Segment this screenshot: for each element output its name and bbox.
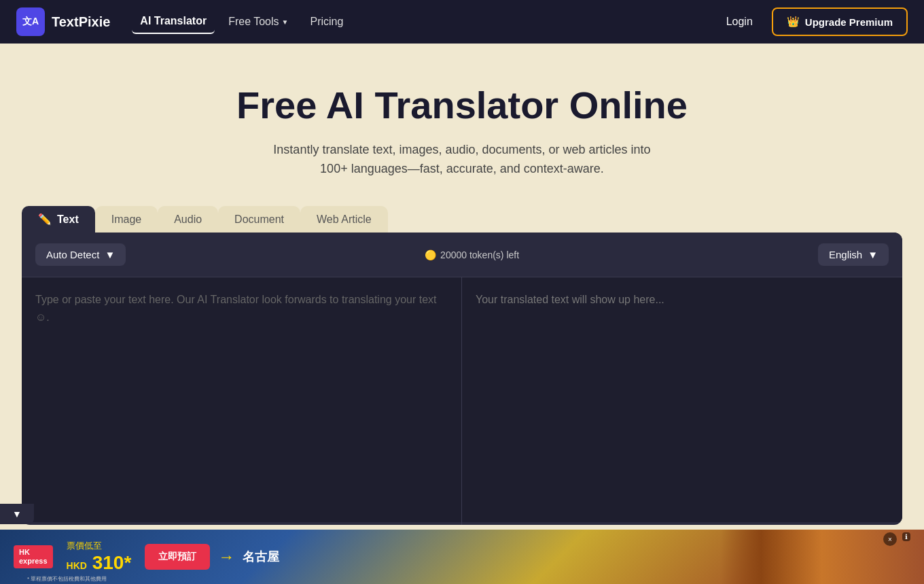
ad-close-button[interactable]: × — [883, 532, 897, 546]
hero-section: Free AI Translator Online Instantly tran… — [0, 44, 924, 206]
ad-price: HKD 310* — [67, 552, 132, 574]
hero-title: Free AI Translator Online — [14, 84, 910, 126]
translator-controls: Auto Detect ▼ 🟡 20000 token(s) left Engl… — [22, 233, 902, 277]
ad-content: HK express 票價低至 HKD 310* 立即預訂 → 名古屋 * 單程… — [0, 530, 924, 584]
source-text-input[interactable] — [22, 277, 461, 522]
expand-button[interactable]: ▼ — [0, 504, 34, 524]
crown-icon: 👑 — [787, 16, 800, 28]
ad-destination: 名古屋 — [243, 549, 279, 565]
brand-name: TextPixie — [52, 14, 110, 30]
free-tools-dropdown-icon: ▼ — [282, 18, 289, 26]
token-icon: 🟡 — [425, 250, 436, 260]
logo-icon: 文A — [16, 7, 45, 36]
login-button[interactable]: Login — [718, 10, 761, 33]
nav-ai-translator[interactable]: AI Translator — [132, 10, 215, 34]
source-panel — [22, 277, 462, 525]
tab-document[interactable]: Document — [218, 206, 300, 233]
ad-cta-button[interactable]: 立即預訂 — [145, 544, 210, 570]
ad-arrow-icon: → — [218, 547, 234, 566]
hero-subtitle: Instantly translate text, images, audio,… — [14, 140, 910, 179]
nav-right: Login 👑 Upgrade Premium — [718, 7, 908, 36]
ad-logo: HK express — [14, 545, 53, 568]
ad-text-block: 票價低至 HKD 310* — [67, 540, 132, 574]
translator-section: ✏️ Text Image Audio Document Web Article… — [0, 206, 924, 547]
dropdown-arrow-icon: ▼ — [105, 249, 115, 260]
token-info: 🟡 20000 token(s) left — [425, 250, 519, 260]
nav-free-tools[interactable]: Free Tools ▼ — [220, 10, 296, 33]
nav-links: AI Translator Free Tools ▼ Pricing — [132, 10, 696, 34]
tab-audio[interactable]: Audio — [158, 206, 218, 233]
ad-disclaimer: * 單程票價不包括稅費和其他費用 — [27, 575, 107, 583]
nav-pricing[interactable]: Pricing — [302, 10, 351, 33]
tab-text[interactable]: ✏️ Text — [22, 206, 95, 233]
tab-web-article[interactable]: Web Article — [300, 206, 388, 233]
ad-banner: HK express 票價低至 HKD 310* 立即預訂 → 名古屋 * 單程… — [0, 530, 924, 584]
upgrade-button[interactable]: 👑 Upgrade Premium — [772, 7, 908, 36]
pencil-icon: ✏️ — [38, 213, 52, 226]
target-text-output: Your translated text will show up here..… — [462, 277, 902, 522]
ad-price-label: 票價低至 — [67, 540, 132, 552]
dropdown-arrow-icon-right: ▼ — [868, 249, 878, 260]
tab-bar: ✏️ Text Image Audio Document Web Article — [22, 206, 902, 233]
source-language-selector[interactable]: Auto Detect ▼ — [35, 243, 126, 266]
tab-image[interactable]: Image — [95, 206, 158, 233]
target-panel: Your translated text will show up here..… — [462, 277, 902, 525]
translator-box: Auto Detect ▼ 🟡 20000 token(s) left Engl… — [22, 233, 902, 525]
target-language-selector[interactable]: English ▼ — [818, 243, 889, 266]
translator-panels: Your translated text will show up here..… — [22, 277, 902, 525]
chevron-down-icon: ▼ — [12, 509, 22, 519]
navbar: 文A TextPixie AI Translator Free Tools ▼ … — [0, 0, 924, 44]
ad-info-icon[interactable]: ℹ — [902, 532, 910, 541]
logo[interactable]: 文A TextPixie — [16, 7, 110, 36]
